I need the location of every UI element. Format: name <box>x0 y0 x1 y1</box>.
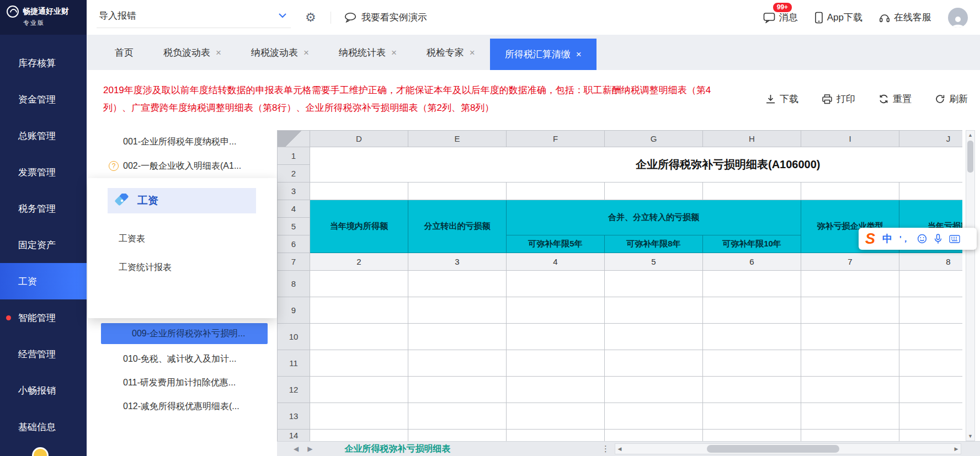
grid-cell[interactable] <box>408 324 507 350</box>
grid-cell[interactable] <box>605 271 703 297</box>
grid-cell[interactable] <box>899 403 962 430</box>
refresh-button[interactable]: 刷新 <box>935 93 968 105</box>
grid-cell[interactable] <box>310 377 408 403</box>
more-options-icon[interactable]: ⋮ <box>601 444 610 454</box>
grid-cell[interactable] <box>605 430 703 441</box>
sidebar-item-basic-info[interactable]: 基础信息 <box>0 409 87 445</box>
grid-cell[interactable] <box>899 271 962 297</box>
report-item-001[interactable]: 001-企业所得税年度纳税申... <box>87 131 277 153</box>
close-icon[interactable]: × <box>391 48 397 57</box>
sidebar-item-general-ledger[interactable]: 总账管理 <box>0 117 87 154</box>
header-cell-merge-split-transferred-in-loss[interactable]: 合并、分立转入的亏损额 <box>507 200 801 235</box>
sidebar-item-smart-management[interactable]: 智能管理 <box>0 299 87 336</box>
column-header-d[interactable]: D <box>310 131 408 147</box>
select-all-corner[interactable] <box>278 131 310 147</box>
sidebar-item-inventory[interactable]: 库存核算 <box>0 45 87 81</box>
row-header[interactable]: 14 <box>278 430 310 441</box>
grid-cell[interactable] <box>605 297 703 324</box>
sidebar-item-salary[interactable]: 工资 <box>0 263 87 299</box>
keyboard-icon[interactable] <box>949 235 960 243</box>
report-item-010[interactable]: 010-免税、减计收入及加计... <box>87 348 277 370</box>
grid-cell[interactable] <box>801 324 899 350</box>
grid-cell[interactable] <box>899 297 962 324</box>
column-header-h[interactable]: H <box>703 131 801 147</box>
grid-cell[interactable]: 5 <box>605 253 703 271</box>
row-header[interactable]: 6 <box>278 235 310 253</box>
grid-cell[interactable] <box>801 403 899 430</box>
report-item-002[interactable]: ?002-一般企业收入明细表(A1... <box>87 155 277 177</box>
sogou-logo-icon[interactable]: S <box>865 232 875 246</box>
grid-cell[interactable] <box>310 430 408 441</box>
grid-cell[interactable] <box>899 350 962 377</box>
grid-cell[interactable] <box>703 350 801 377</box>
sheet-prev-icon[interactable]: ◀ <box>294 445 299 453</box>
grid-cell[interactable]: 4 <box>507 253 605 271</box>
close-icon[interactable]: × <box>470 48 475 57</box>
grid-cell[interactable] <box>703 271 801 297</box>
grid-cell[interactable] <box>507 403 605 430</box>
row-header[interactable]: 1 <box>278 147 310 165</box>
row-header[interactable]: 10 <box>278 324 310 350</box>
grid-cell[interactable] <box>605 324 703 350</box>
scroll-up-icon[interactable]: ▲ <box>968 131 973 140</box>
grid-cell[interactable]: 6 <box>703 253 801 271</box>
grid-cell[interactable] <box>605 350 703 377</box>
grid-cell[interactable] <box>408 183 507 200</box>
grid-cell[interactable] <box>801 377 899 403</box>
tab-tax-burden-fluctuation[interactable]: 税负波动表× <box>148 35 236 70</box>
emoji-icon[interactable] <box>917 234 927 244</box>
grid-cell[interactable] <box>507 271 605 297</box>
report-item-012[interactable]: 012-减免所得税优惠明细表(... <box>87 395 277 417</box>
column-header-j[interactable]: J <box>899 131 962 147</box>
online-service-button[interactable]: 在线客服 <box>879 11 931 24</box>
horizontal-scroll-thumb[interactable] <box>707 445 839 453</box>
grid-cell[interactable] <box>605 403 703 430</box>
menu-item-salary-statistics-report[interactable]: 工资统计报表 <box>119 257 277 277</box>
header-cell-recoverable-8-years[interactable]: 可弥补年限8年 <box>605 235 703 253</box>
column-header-g[interactable]: G <box>605 131 703 147</box>
sidebar-item-business-management[interactable]: 经营管理 <box>0 336 87 372</box>
grid-cell[interactable] <box>507 350 605 377</box>
grid-cell[interactable] <box>899 430 962 441</box>
grid-cell[interactable] <box>408 297 507 324</box>
grid-cell[interactable] <box>408 350 507 377</box>
row-header[interactable]: 12 <box>278 377 310 403</box>
floating-helper-bubble[interactable] <box>32 447 49 456</box>
grid-cell[interactable] <box>507 430 605 441</box>
import-error-dropdown[interactable]: 导入报错 <box>97 7 291 28</box>
demo-link[interactable]: 我要看实例演示 <box>344 11 427 24</box>
grid-cell[interactable] <box>310 324 408 350</box>
messages-button[interactable]: 消息 99+ <box>763 11 798 24</box>
row-header[interactable]: 13 <box>278 403 310 430</box>
report-item-011[interactable]: 011-研发费用加计扣除优惠... <box>87 372 277 394</box>
sidebar-item-fixed-assets[interactable]: 固定资产 <box>0 227 87 263</box>
row-header[interactable]: 9 <box>278 297 310 324</box>
grid-cell[interactable]: 8 <box>899 253 962 271</box>
sheet-tab[interactable]: 企业所得税弥补亏损明细表 <box>344 443 450 455</box>
grid-cell[interactable] <box>507 297 605 324</box>
salary-menu-header[interactable]: 工资 <box>108 188 256 213</box>
row-header[interactable]: 5 <box>278 218 310 235</box>
gear-icon[interactable]: ⚙ <box>305 12 316 24</box>
grid-cell[interactable] <box>507 324 605 350</box>
close-icon[interactable]: × <box>303 48 309 57</box>
header-cell-recoverable-10-years[interactable]: 可弥补年限10年 <box>703 235 801 253</box>
grid-cell[interactable]: 3 <box>408 253 507 271</box>
grid-cell[interactable] <box>605 183 703 200</box>
tab-home[interactable]: 首页 <box>100 35 148 70</box>
grid-cell[interactable] <box>310 403 408 430</box>
vertical-scrollbar[interactable]: ▲ ▼ <box>966 130 975 441</box>
sidebar-item-invoice[interactable]: 发票管理 <box>0 154 87 190</box>
grid-cell[interactable] <box>899 324 962 350</box>
grid-cell[interactable]: 2 <box>310 253 408 271</box>
grid-cell[interactable] <box>899 377 962 403</box>
grid-cell[interactable] <box>310 297 408 324</box>
row-header[interactable]: 8 <box>278 271 310 297</box>
sidebar-item-expense[interactable]: 小畅报销 <box>0 372 87 409</box>
grid-cell[interactable] <box>801 271 899 297</box>
grid-cell[interactable] <box>507 377 605 403</box>
row-header[interactable]: 11 <box>278 350 310 377</box>
grid-cell[interactable] <box>408 377 507 403</box>
ime-language-toggle[interactable]: 中 <box>882 232 892 245</box>
vertical-scroll-thumb[interactable] <box>967 141 973 173</box>
